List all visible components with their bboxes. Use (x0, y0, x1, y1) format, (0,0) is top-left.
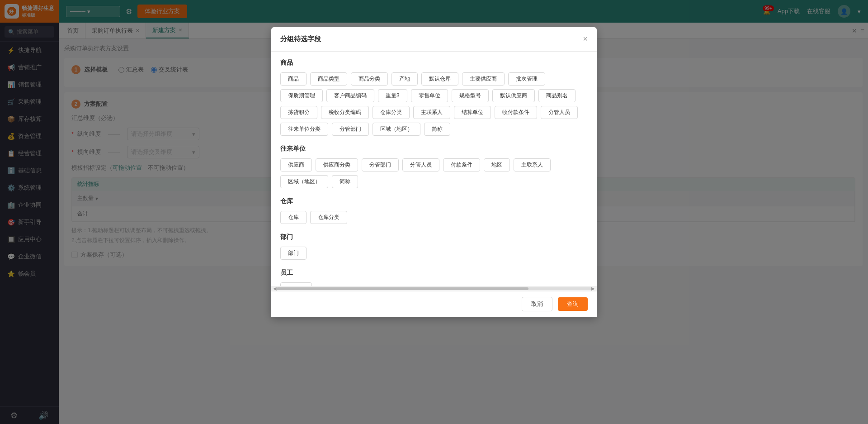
field-group-partner-title: 往来单位 (280, 145, 588, 153)
field-tag-tax-code[interactable]: 税收分类编码 (321, 106, 369, 119)
field-tags-employee: 业务员 (280, 282, 588, 286)
field-tag-customer-code[interactable]: 客户商品编码 (326, 89, 374, 102)
field-tag-goods-alias[interactable]: 商品别名 (538, 89, 576, 102)
field-tags-department: 部门 (280, 247, 588, 260)
field-tag-area[interactable]: 地区 (484, 158, 510, 172)
scrollbar-thumb[interactable] (277, 287, 528, 290)
field-tag-spec-model[interactable]: 规格型号 (452, 89, 489, 102)
field-group-goods-title: 商品 (280, 59, 588, 67)
field-tag-supplier[interactable]: 供应商 (280, 158, 312, 172)
field-tag-payment-terms[interactable]: 收付款条件 (495, 106, 537, 119)
field-tag-supervisor[interactable]: 分管人员 (541, 106, 578, 119)
field-group-department: 部门 部门 (280, 233, 588, 260)
field-tag-default-warehouse[interactable]: 默认仓库 (421, 72, 458, 86)
field-tag-warehouse-category[interactable]: 仓库分类 (373, 106, 410, 119)
field-tag-supplier-category[interactable]: 供应商分类 (316, 158, 358, 172)
field-tag-payment-condition[interactable]: 付款条件 (443, 158, 480, 172)
field-tag-partner-category[interactable]: 往来单位分类 (280, 123, 328, 136)
modal-body: 商品 商品 商品类型 商品分类 产地 默认仓库 主要供应商 批次管理 保质期管理… (271, 52, 597, 286)
field-select-modal: 分组待选字段 × 商品 商品 商品类型 商品分类 产地 默认仓库 主要供应商 批… (271, 27, 597, 317)
field-group-employee: 员工 业务员 (280, 269, 588, 286)
field-tag-settle-unit[interactable]: 结算单位 (454, 106, 491, 119)
modal-footer: 取消 查询 (271, 291, 597, 317)
cancel-button[interactable]: 取消 (522, 297, 552, 311)
field-tag-pick-points[interactable]: 拣货积分 (280, 106, 317, 119)
field-tag-warehouse-cat[interactable]: 仓库分类 (310, 211, 347, 224)
modal-title: 分组待选字段 (280, 35, 321, 43)
field-group-warehouse-title: 仓库 (280, 197, 588, 205)
modal-header: 分组待选字段 × (271, 27, 597, 52)
modal-overlay: 分组待选字段 × 商品 商品 商品类型 商品分类 产地 默认仓库 主要供应商 批… (0, 0, 868, 424)
field-tag-region2[interactable]: 区域（地区） (280, 175, 328, 188)
scrollbar-track[interactable] (277, 287, 591, 290)
field-tag-warehouse[interactable]: 仓库 (280, 211, 307, 224)
scroll-left-arrow[interactable]: ◀ (273, 286, 277, 291)
field-tags-partner: 供应商 供应商分类 分管部门 分管人员 付款条件 地区 主联系人 区域（地区） … (280, 158, 588, 188)
field-tags-goods: 商品 商品类型 商品分类 产地 默认仓库 主要供应商 批次管理 保质期管理 客户… (280, 72, 588, 136)
field-tag-department[interactable]: 部门 (280, 247, 307, 260)
field-group-partner: 往来单位 供应商 供应商分类 分管部门 分管人员 付款条件 地区 主联系人 区域… (280, 145, 588, 188)
field-tag-retail-unit[interactable]: 零售单位 (411, 89, 448, 102)
field-tag-quality-mgmt[interactable]: 保质期管理 (280, 89, 323, 102)
field-tag-supervisor-person[interactable]: 分管人员 (402, 158, 439, 172)
field-tag-region[interactable]: 区域（地区） (373, 123, 420, 136)
field-tag-default-supplier[interactable]: 默认供应商 (492, 89, 535, 102)
field-tag-batch-mgmt[interactable]: 批次管理 (508, 72, 545, 86)
scroll-right-arrow[interactable]: ▶ (591, 286, 595, 291)
field-tag-short-name2[interactable]: 简称 (332, 175, 358, 188)
field-tag-salesperson[interactable]: 业务员 (280, 282, 312, 286)
field-group-goods: 商品 商品 商品类型 商品分类 产地 默认仓库 主要供应商 批次管理 保质期管理… (280, 59, 588, 136)
field-tag-origin[interactable]: 产地 (392, 72, 418, 86)
field-group-department-title: 部门 (280, 233, 588, 241)
confirm-button[interactable]: 查询 (558, 297, 588, 311)
field-tag-main-contact2[interactable]: 主联系人 (514, 158, 551, 172)
modal-close-button[interactable]: × (583, 34, 588, 44)
field-tag-goods-type[interactable]: 商品类型 (310, 72, 347, 86)
field-tag-supervisor-dept[interactable]: 分管部门 (362, 158, 399, 172)
field-tag-main-supplier[interactable]: 主要供应商 (462, 72, 505, 86)
field-group-warehouse: 仓库 仓库 仓库分类 (280, 197, 588, 224)
field-tags-warehouse: 仓库 仓库分类 (280, 211, 588, 224)
field-tag-weight[interactable]: 重量3 (378, 89, 407, 102)
field-tag-dept[interactable]: 分管部门 (332, 123, 369, 136)
field-group-employee-title: 员工 (280, 269, 588, 277)
field-tag-short-name[interactable]: 简称 (424, 123, 450, 136)
field-tag-goods[interactable]: 商品 (280, 72, 307, 86)
field-tag-goods-category[interactable]: 商品分类 (351, 72, 388, 86)
field-tag-main-contact[interactable]: 主联系人 (413, 106, 450, 119)
modal-horizontal-scrollbar[interactable]: ◀ ▶ (271, 286, 597, 291)
